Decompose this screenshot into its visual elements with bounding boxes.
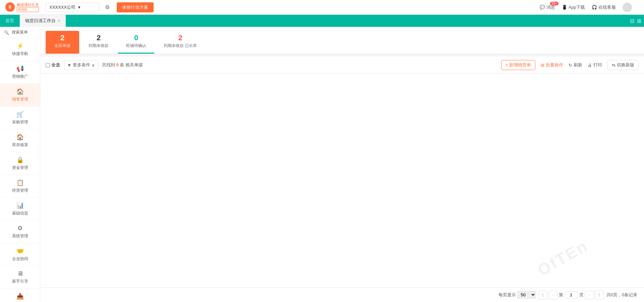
stats-count-overdue: 2 bbox=[97, 34, 101, 42]
found-suffix: 条 相关单据 bbox=[120, 62, 143, 67]
stats-label-overdue: 到期未收款 bbox=[89, 43, 109, 49]
switch-icon: ⇆ bbox=[612, 63, 615, 68]
message-button[interactable]: 💬 消息 99+ bbox=[540, 4, 555, 10]
sidebar-item-inventory[interactable]: 🏠 库存核算 bbox=[0, 129, 40, 152]
last-page-button[interactable]: ⟫ bbox=[595, 291, 604, 299]
app-name: 畅捷通好生意 bbox=[17, 2, 39, 7]
tab-current[interactable]: 钱货日清工作台 × bbox=[20, 15, 66, 27]
search-icon: 🔍 bbox=[4, 30, 9, 35]
refresh-icon: ↻ bbox=[569, 63, 572, 68]
toolbar-right: + 新增销货单 ⊞ 批量操作 ↻ 刷新 🖨 打印 ⇆ 切换新版 bbox=[501, 60, 639, 70]
stats-count-shipped: 2 bbox=[178, 34, 182, 42]
app-center-icon: 📥 bbox=[16, 293, 24, 300]
sidebar-item-guide[interactable]: 🖥 新手引导 bbox=[0, 266, 40, 289]
sidebar-item-sales[interactable]: 🏠 销售管理 bbox=[0, 84, 40, 107]
message-icon: 💬 bbox=[540, 5, 545, 10]
found-count: 0 bbox=[116, 62, 119, 67]
sidebar-item-app-center[interactable]: 📥 应用中心 bbox=[0, 289, 40, 302]
stats-tab-shipped[interactable]: 2 到期未收款 已出库 bbox=[156, 31, 205, 54]
select-all-checkbox[interactable]: 全选 bbox=[46, 62, 60, 68]
sales-icon: 🏠 bbox=[16, 88, 24, 95]
sidebar-item-label: 经营管理 bbox=[12, 188, 28, 193]
avatar[interactable] bbox=[623, 3, 632, 12]
download-icon: 📱 bbox=[562, 5, 567, 10]
sidebar-item-label: 系统管理 bbox=[12, 233, 28, 239]
switch-version-button[interactable]: ⇆ 切换新版 bbox=[607, 60, 639, 70]
sidebar: 🔍 搜索菜单 ⚡ 快捷导航 📢 营销推广 🏠 销售管理 🛒 采购管理 🏠 库存核… bbox=[0, 27, 40, 302]
basic-info-icon: 📊 bbox=[16, 202, 24, 209]
total-records-text: 共0页，0条记录 bbox=[606, 292, 637, 298]
stats-tab-all[interactable]: 2 全部单据 bbox=[46, 31, 79, 54]
company-selector[interactable]: XXXXXX公司 ▾ bbox=[46, 3, 99, 12]
per-page-select[interactable]: 50 10 20 100 bbox=[517, 291, 536, 299]
first-page-button[interactable]: ⟪ bbox=[539, 291, 547, 299]
app-download-label: App下载 bbox=[569, 4, 585, 10]
tab-minimize-icon[interactable]: ⊟ bbox=[630, 18, 634, 24]
batch-label: 批量操作 bbox=[546, 62, 563, 68]
stats-tab-pending[interactable]: 0 旺辅待确认 bbox=[118, 31, 154, 54]
print-button[interactable]: 🖨 打印 bbox=[588, 62, 602, 68]
system-icon: ⚙ bbox=[17, 225, 23, 232]
tab-current-label: 钱货日清工作台 bbox=[25, 18, 56, 24]
sidebar-item-label: 资金管理 bbox=[12, 165, 28, 171]
sidebar-item-label: 新手引导 bbox=[12, 279, 28, 284]
main-layout: 🔍 搜索菜单 ⚡ 快捷导航 📢 营销推广 🏠 销售管理 🛒 采购管理 🏠 库存核… bbox=[0, 27, 644, 302]
filter-label: 更多条件 bbox=[73, 62, 90, 68]
tab-home[interactable]: 首页 bbox=[0, 15, 20, 27]
stats-tabs: 2 全部单据 2 到期未收款 0 旺辅待确认 2 到期未收款 已出库 bbox=[40, 27, 644, 54]
print-icon: 🖨 bbox=[588, 63, 592, 68]
tab-maximize-icon[interactable]: ⊞ bbox=[637, 18, 641, 24]
prev-page-button[interactable]: ‹ bbox=[549, 291, 557, 299]
operations-icon: 📋 bbox=[16, 179, 24, 186]
settings-button[interactable]: ⚙ bbox=[102, 2, 113, 13]
online-service-button[interactable]: 🎧 在线客服 bbox=[592, 4, 616, 10]
sidebar-item-system[interactable]: ⚙ 系统管理 bbox=[0, 221, 40, 243]
content-area: 2 全部单据 2 到期未收款 0 旺辅待确认 2 到期未收款 已出库 全选 bbox=[40, 27, 644, 302]
marketing-icon: 📢 bbox=[16, 65, 24, 72]
print-label: 打印 bbox=[593, 62, 602, 68]
add-sales-order-button[interactable]: + 新增销货单 bbox=[501, 60, 535, 70]
stats-label-pending: 旺辅待确认 bbox=[126, 43, 146, 49]
sidebar-item-cooperation[interactable]: 🤝 企业协同 bbox=[0, 243, 40, 266]
sidebar-item-quick-nav[interactable]: ⚡ 快捷导航 bbox=[0, 38, 40, 61]
sidebar-item-label: 营销推广 bbox=[12, 74, 28, 79]
sidebar-item-operations[interactable]: 📋 经营管理 bbox=[0, 175, 40, 198]
header-right: 💬 消息 99+ 📱 App下载 🎧 在线客服 bbox=[540, 3, 639, 12]
refresh-button[interactable]: ↻ 刷新 bbox=[569, 62, 582, 68]
sidebar-item-label: 快捷导航 bbox=[12, 51, 28, 57]
sidebar-item-finance[interactable]: 🔒 资金管理 bbox=[0, 152, 40, 175]
experience-btn[interactable]: 体验行业方案 bbox=[117, 2, 154, 12]
message-badge: 99+ bbox=[550, 2, 558, 5]
guide-icon: 🖥 bbox=[17, 270, 23, 277]
filter-icon: ▼ bbox=[67, 63, 71, 68]
select-all-input[interactable] bbox=[46, 63, 50, 67]
sidebar-item-marketing[interactable]: 📢 营销推广 bbox=[0, 61, 40, 84]
logo-icon: 6 bbox=[5, 2, 15, 12]
company-name: XXXXXX公司 bbox=[49, 4, 75, 10]
app-version: 标准版 bbox=[17, 7, 39, 12]
found-text: 共找到 0 条 相关单据 bbox=[102, 62, 143, 68]
page-label: 第 bbox=[559, 292, 563, 298]
stats-count-pending: 0 bbox=[134, 34, 138, 42]
tab-home-label: 首页 bbox=[5, 18, 14, 24]
stats-count-all: 2 bbox=[60, 34, 64, 42]
page-input[interactable] bbox=[565, 291, 578, 298]
sidebar-search[interactable]: 🔍 搜索菜单 bbox=[0, 27, 40, 38]
app-download-button[interactable]: 📱 App下载 bbox=[562, 4, 585, 10]
tab-close-icon[interactable]: × bbox=[58, 18, 60, 23]
toolbar-left: 全选 ▼ 更多条件 ∨ 共找到 0 条 相关单据 bbox=[46, 60, 143, 70]
filter-button[interactable]: ▼ 更多条件 ∨ bbox=[64, 60, 98, 70]
page-suffix: 页 bbox=[579, 292, 584, 298]
purchase-icon: 🛒 bbox=[16, 111, 24, 118]
switch-label: 切换新版 bbox=[617, 62, 634, 68]
sidebar-item-label: 基础信息 bbox=[12, 210, 28, 216]
table-area: OfTEn bbox=[40, 74, 644, 287]
stats-tab-overdue[interactable]: 2 到期未收款 bbox=[80, 31, 117, 54]
sidebar-item-basic-info[interactable]: 📊 基础信息 bbox=[0, 198, 40, 221]
found-prefix: 共找到 bbox=[102, 62, 115, 67]
batch-operations-button[interactable]: ⊞ 批量操作 bbox=[541, 62, 563, 68]
page-size-selector: 每页显示 50 10 20 100 bbox=[498, 291, 536, 299]
sidebar-search-label: 搜索菜单 bbox=[12, 29, 28, 35]
next-page-button[interactable]: › bbox=[585, 291, 594, 299]
sidebar-item-purchase[interactable]: 🛒 采购管理 bbox=[0, 107, 40, 129]
